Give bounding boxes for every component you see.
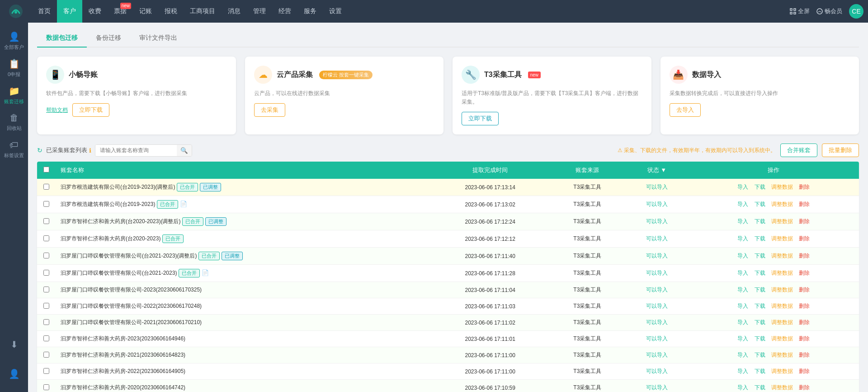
import-link[interactable]: 导入 [737,368,748,374]
download-link[interactable]: 下载 [755,303,765,309]
sidebar-item-recycle[interactable]: 🗑 回收站 [0,109,28,136]
sidebar-item-account-migrate[interactable]: 📁 账套迁移 [0,81,28,109]
download-link[interactable]: 下载 [755,270,765,276]
delete-link[interactable]: 删除 [799,270,810,276]
import-link[interactable]: 导入 [737,287,748,293]
nav-home[interactable]: 首页 [32,0,57,23]
row-checkbox[interactable] [43,270,49,276]
delete-link[interactable]: 删除 [799,235,810,242]
sidebar-item-tag-settings[interactable]: 🏷 标签设置 [0,136,28,163]
app-logo[interactable] [5,0,27,23]
cloud-collect-btn[interactable]: 去采集 [254,103,285,117]
download-link[interactable]: 下载 [755,184,765,190]
adjust-data-link[interactable]: 调整数据 [771,235,793,242]
tab-audit-export[interactable]: 审计文件导出 [130,29,186,48]
nav-settings[interactable]: 设置 [323,0,348,23]
member-btn[interactable]: 畅会员 [816,7,842,15]
row-checkbox[interactable] [43,352,49,358]
adjust-data-link[interactable]: 调整数据 [771,253,793,259]
delete-link[interactable]: 删除 [799,335,810,342]
download-link[interactable]: 下载 [755,319,765,325]
import-link[interactable]: 导入 [737,235,748,242]
import-link[interactable]: 导入 [737,384,748,391]
row-checkbox[interactable] [43,287,49,292]
download-link[interactable]: 下载 [755,384,765,391]
row-checkbox[interactable] [43,368,49,374]
nav-service[interactable]: 服务 [297,0,323,23]
nav-manage[interactable]: 管理 [247,0,272,23]
adjust-data-link[interactable]: 调整数据 [771,303,793,309]
delete-link[interactable]: 删除 [799,319,810,325]
delete-link[interactable]: 删除 [799,287,810,293]
row-checkbox[interactable] [43,235,49,241]
download-link[interactable]: 下载 [755,287,765,293]
import-link[interactable]: 导入 [737,253,748,259]
batch-delete-btn[interactable]: 批量删除 [822,143,859,157]
import-link[interactable]: 导入 [737,319,748,325]
sidebar-item-profile[interactable]: 👤 [0,360,28,387]
row-checkbox[interactable] [43,218,49,224]
adjust-data-link[interactable]: 调整数据 [771,352,793,358]
nav-accounting[interactable]: 记账 [133,0,158,23]
delete-link[interactable]: 删除 [799,218,810,225]
adjust-data-link[interactable]: 调整数据 [771,287,793,293]
dataimport-go-btn[interactable]: 去导入 [670,103,701,117]
delete-link[interactable]: 删除 [799,201,810,207]
tab-data-migrate[interactable]: 数据包迁移 [37,29,87,48]
row-checkbox[interactable] [43,335,49,341]
nav-message[interactable]: 消息 [222,0,247,23]
user-avatar[interactable]: CE [849,4,863,19]
download-link[interactable]: 下载 [755,235,765,242]
import-link[interactable]: 导入 [737,303,748,309]
import-link[interactable]: 导入 [737,270,748,276]
row-checkbox[interactable] [43,184,49,190]
adjust-data-link[interactable]: 调整数据 [771,319,793,325]
search-button[interactable]: 🔍 [177,145,192,156]
nav-tax[interactable]: 报税 [158,0,184,23]
fullscreen-btn[interactable]: 全屏 [790,7,810,15]
nav-operation[interactable]: 经营 [272,0,297,23]
import-link[interactable]: 导入 [737,201,748,207]
row-checkbox[interactable] [43,303,49,309]
select-all-checkbox[interactable] [43,167,49,172]
nav-invoice[interactable]: 票据new [108,0,133,23]
import-link[interactable]: 导入 [737,184,748,190]
row-checkbox[interactable] [43,384,49,390]
download-link[interactable]: 下载 [755,218,765,225]
xiaochang-help-link[interactable]: 帮助文档 [46,106,68,114]
sidebar-item-all-clients[interactable]: 👤 全部客户 [0,27,28,54]
nav-client[interactable]: 客户 [57,0,82,23]
row-checkbox[interactable] [43,319,49,325]
delete-link[interactable]: 删除 [799,253,810,259]
adjust-data-link[interactable]: 调整数据 [771,335,793,342]
search-input[interactable] [95,145,177,156]
nav-business[interactable]: 工商项目 [184,0,222,23]
adjust-data-link[interactable]: 调整数据 [771,384,793,391]
merge-account-btn[interactable]: 合并账套 [780,143,817,157]
import-link[interactable]: 导入 [737,335,748,342]
adjust-data-link[interactable]: 调整数据 [771,201,793,207]
delete-link[interactable]: 删除 [799,352,810,358]
adjust-data-link[interactable]: 调整数据 [771,184,793,190]
download-link[interactable]: 下载 [755,253,765,259]
row-checkbox[interactable] [43,253,49,258]
sidebar-item-download[interactable]: ⬇ [0,331,28,358]
download-link[interactable]: 下载 [755,201,765,207]
xiaochang-download-btn[interactable]: 立即下载 [72,103,109,117]
delete-link[interactable]: 删除 [799,184,810,190]
import-link[interactable]: 导入 [737,352,748,358]
delete-link[interactable]: 删除 [799,384,810,391]
row-checkbox[interactable] [43,201,49,207]
tab-backup-migrate[interactable]: 备份迁移 [87,29,130,48]
delete-link[interactable]: 删除 [799,303,810,309]
sidebar-item-zero-report[interactable]: 📋 0申报 [0,54,28,81]
download-link[interactable]: 下载 [755,352,765,358]
nav-fee[interactable]: 收费 [82,0,108,23]
download-link[interactable]: 下载 [755,368,765,374]
refresh-icon[interactable]: ↻ [37,147,42,154]
adjust-data-link[interactable]: 调整数据 [771,270,793,276]
download-link[interactable]: 下载 [755,335,765,342]
adjust-data-link[interactable]: 调整数据 [771,368,793,374]
delete-link[interactable]: 删除 [799,368,810,374]
import-link[interactable]: 导入 [737,218,748,225]
